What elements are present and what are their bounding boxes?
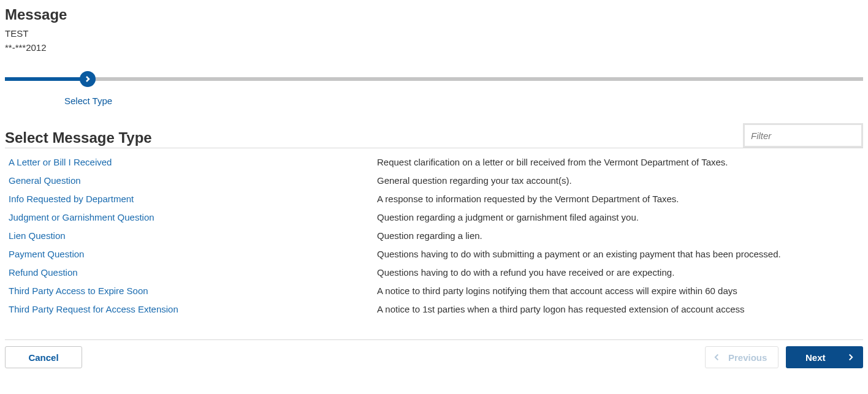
chevron-left-icon xyxy=(714,354,720,361)
list-item: Third Party Access to Expire Soon A noti… xyxy=(5,282,863,300)
list-item: Refund Question Questions having to do w… xyxy=(5,263,863,282)
list-item: A Letter or Bill I Received Request clar… xyxy=(5,153,863,172)
next-button[interactable]: Next xyxy=(786,346,863,368)
message-type-link[interactable]: Lien Question xyxy=(9,230,66,241)
message-type-link[interactable]: Judgment or Garnishment Question xyxy=(9,212,154,222)
message-type-link[interactable]: Third Party Request for Access Extension xyxy=(9,304,178,314)
progress-track xyxy=(5,77,863,81)
cancel-button[interactable]: Cancel xyxy=(5,346,82,368)
header-masked-id: **-***2012 xyxy=(5,42,863,53)
next-button-label: Next xyxy=(805,352,826,363)
message-type-desc: A notice to 1st parties when a third par… xyxy=(377,304,863,315)
message-type-link[interactable]: Payment Question xyxy=(9,249,84,259)
progress-fill xyxy=(5,77,82,81)
message-type-link[interactable]: General Question xyxy=(9,175,81,186)
chevron-right-icon xyxy=(848,354,853,361)
list-item: Judgment or Garnishment Question Questio… xyxy=(5,208,863,227)
chevron-right-icon xyxy=(85,76,91,82)
message-type-desc: Request clarification on a letter or bil… xyxy=(377,157,863,168)
list-item: Third Party Request for Access Extension… xyxy=(5,300,863,319)
previous-button: Previous xyxy=(705,346,779,368)
message-type-desc: A response to information requested by t… xyxy=(377,194,863,205)
page-title: Message xyxy=(5,6,863,23)
progress-step-current[interactable] xyxy=(80,71,96,87)
header-subtitle: TEST xyxy=(5,28,863,39)
section-title: Select Message Type xyxy=(5,129,152,146)
list-item: Payment Question Questions having to do … xyxy=(5,245,863,263)
message-type-link[interactable]: Refund Question xyxy=(9,267,78,278)
message-type-desc: General question regarding your tax acco… xyxy=(377,175,863,186)
message-type-link[interactable]: A Letter or Bill I Received xyxy=(9,157,112,167)
list-item: Info Requested by Department A response … xyxy=(5,190,863,208)
message-type-desc: Questions having to do with submitting a… xyxy=(377,249,863,260)
message-type-list: A Letter or Bill I Received Request clar… xyxy=(5,153,863,319)
previous-button-label: Previous xyxy=(728,352,767,363)
progress-step-label: Select Type xyxy=(64,96,863,106)
message-type-link[interactable]: Info Requested by Department xyxy=(9,194,134,204)
progress-bar xyxy=(5,70,863,88)
list-item: Lien Question Question regarding a lien. xyxy=(5,227,863,245)
list-item: General Question General question regard… xyxy=(5,172,863,190)
message-type-desc: Questions having to do with a refund you… xyxy=(377,267,863,278)
footer: Cancel Previous Next xyxy=(5,339,863,368)
message-type-desc: Question regarding a lien. xyxy=(377,230,863,241)
filter-wrap xyxy=(743,123,863,148)
message-type-desc: Question regarding a judgment or garnish… xyxy=(377,212,863,223)
message-type-link[interactable]: Third Party Access to Expire Soon xyxy=(9,286,148,296)
filter-input[interactable] xyxy=(745,125,861,146)
message-type-desc: A notice to third party logins notifying… xyxy=(377,286,863,297)
